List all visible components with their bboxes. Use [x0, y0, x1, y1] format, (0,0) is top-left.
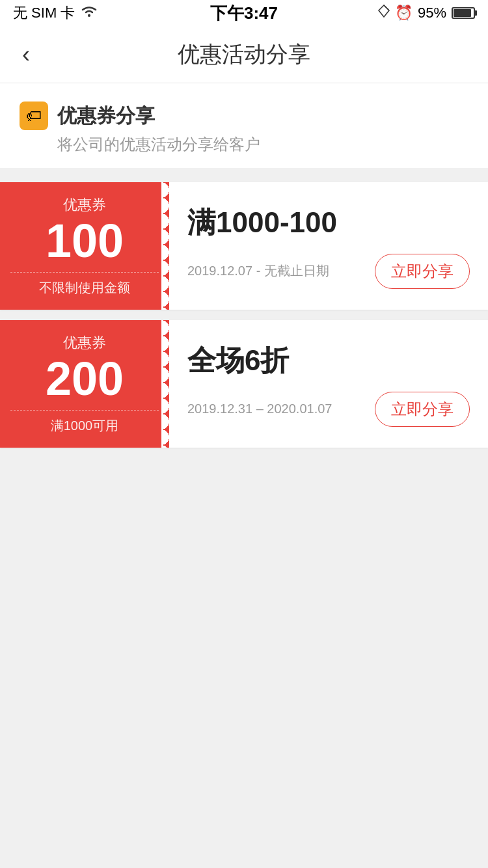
battery-percent: 95%: [418, 5, 446, 21]
coupon-list: 优惠券 100 不限制使用金额 满1000-100 2019.12.07 - 无…: [0, 169, 488, 471]
coupon-date-1: 2019.12.07 - 无截止日期: [187, 262, 329, 280]
coupon-bottom-2: 2019.12.31 – 2020.01.07 立即分享: [187, 392, 470, 427]
section-header: 🏷 优惠券分享 将公司的优惠活动分享给客户: [0, 83, 488, 168]
status-time: 下午3:47: [210, 2, 278, 25]
coupon-left-1: 优惠券 100 不限制使用金额: [0, 182, 169, 310]
svg-point-0: [88, 14, 90, 17]
coupon-bottom-1: 2019.12.07 - 无截止日期 立即分享: [187, 254, 470, 289]
battery-icon: [452, 7, 475, 19]
coupon-share-icon: 🏷: [26, 107, 42, 125]
coupon-name-1: 满1000-100: [187, 204, 470, 242]
coupon-label-2: 优惠券: [63, 333, 106, 353]
coupon-date-2: 2019.12.31 – 2020.01.07: [187, 401, 332, 416]
coupon-right-2: 全场6折 2019.12.31 – 2020.01.07 立即分享: [169, 320, 488, 448]
coupon-value-1: 100: [46, 217, 124, 264]
coupon-card-2: 优惠券 200 满1000可用 全场6折 2019.12.31 – 2020.0…: [0, 320, 488, 448]
page-title: 优惠活动分享: [178, 40, 310, 70]
section-icon: 🏷: [20, 102, 48, 130]
empty-space: [0, 471, 488, 861]
alarm-icon: ⏰: [395, 5, 413, 21]
coupon-label-1: 优惠券: [63, 195, 106, 215]
coupon-condition-1: 不限制使用金额: [39, 279, 130, 297]
status-right: ⏰ 95%: [378, 5, 475, 21]
back-button[interactable]: ‹: [16, 34, 36, 75]
coupon-name-2: 全场6折: [187, 342, 470, 380]
wifi-icon: [80, 5, 98, 21]
location-icon: [378, 5, 390, 21]
coupon-value-2: 200: [46, 355, 124, 402]
status-left: 无 SIM 卡: [13, 3, 98, 23]
nav-bar: ‹ 优惠活动分享: [0, 26, 488, 83]
coupon-divider-2: [10, 410, 159, 411]
coupon-card: 优惠券 100 不限制使用金额 满1000-100 2019.12.07 - 无…: [0, 182, 488, 310]
coupon-condition-2: 满1000可用: [51, 417, 119, 435]
section-header-top: 🏷 优惠券分享: [20, 102, 468, 130]
share-button-1[interactable]: 立即分享: [375, 254, 470, 289]
section-subtitle: 将公司的优惠活动分享给客户: [57, 134, 468, 155]
coupon-left-2: 优惠券 200 满1000可用: [0, 320, 169, 448]
section-title: 优惠券分享: [57, 103, 155, 129]
share-button-2[interactable]: 立即分享: [375, 392, 470, 427]
no-sim-label: 无 SIM 卡: [13, 3, 75, 23]
status-bar: 无 SIM 卡 下午3:47 ⏰ 95%: [0, 0, 488, 26]
coupon-right-1: 满1000-100 2019.12.07 - 无截止日期 立即分享: [169, 182, 488, 310]
coupon-divider-1: [10, 272, 159, 273]
